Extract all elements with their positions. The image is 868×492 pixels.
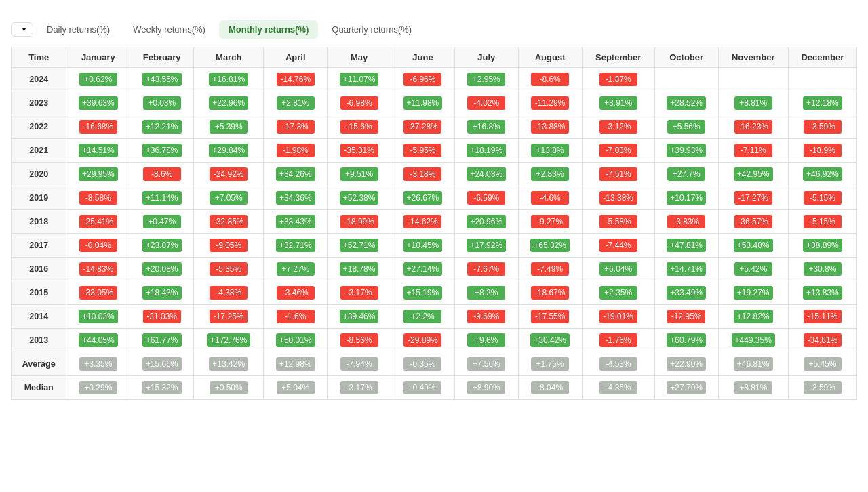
data-cell: +11.98% [391, 91, 455, 115]
table-row: 2016-14.83%+20.08%-5.35%+7.27%+18.78%+27… [12, 258, 857, 281]
col-header-november: November [718, 47, 788, 68]
data-cell: -3.17% [328, 281, 391, 305]
data-cell: -15.6% [328, 115, 391, 139]
data-cell: -1.98% [264, 139, 328, 163]
data-cell: +3.91% [582, 91, 654, 115]
data-cell: -19.01% [582, 305, 654, 329]
data-cell: +5.42% [718, 258, 788, 281]
data-cell: -16.68% [66, 115, 130, 139]
data-cell: -9.69% [454, 305, 518, 329]
data-cell: -12.95% [654, 305, 718, 329]
summary-row: Median+0.29%+15.32%+0.50%+5.04%-3.17%-0.… [12, 376, 857, 400]
data-cell: +13.8% [518, 139, 582, 163]
summary-cell: +3.35% [66, 352, 130, 376]
data-cell: -5.15% [788, 210, 856, 234]
data-cell: +7.05% [194, 186, 264, 210]
data-cell: -17.3% [264, 115, 328, 139]
summary-cell: -3.59% [788, 376, 856, 400]
data-cell: +22.96% [194, 91, 264, 115]
data-cell: +27.14% [391, 258, 455, 281]
col-header-september: September [582, 47, 654, 68]
table-row: 2015-33.05%+18.43%-4.38%-3.46%-3.17%+15.… [12, 281, 857, 305]
data-cell: -5.35% [194, 258, 264, 281]
data-cell: +16.81% [194, 68, 264, 91]
year-cell: 2017 [12, 234, 66, 258]
data-cell: +2.35% [582, 281, 654, 305]
year-cell: 2023 [12, 91, 66, 115]
table-row: 2018-25.41%+0.47%-32.85%+33.43%-18.99%-1… [12, 210, 857, 234]
data-cell: -13.38% [582, 186, 654, 210]
data-cell: +16.8% [454, 115, 518, 139]
year-cell: 2015 [12, 281, 66, 305]
data-cell: +8.2% [454, 281, 518, 305]
col-header-august: August [518, 47, 582, 68]
table-row: 2022-16.68%+12.21%+5.39%-17.3%-15.6%-37.… [12, 115, 857, 139]
summary-label: Median [12, 376, 66, 400]
data-cell: +5.56% [654, 115, 718, 139]
year-cell: 2024 [12, 68, 66, 91]
table-row: 2021+14.51%+36.78%+29.84%-1.98%-35.31%-5… [12, 139, 857, 163]
data-cell: +14.71% [654, 258, 718, 281]
data-cell: +2.2% [391, 305, 455, 329]
chevron-down-icon: ▾ [22, 26, 26, 33]
data-cell: -3.59% [788, 115, 856, 139]
data-cell: +26.67% [391, 186, 455, 210]
tabs-row: ▾ Daily returns(%) Weekly returns(%) Mon… [11, 20, 857, 39]
data-cell [788, 68, 856, 91]
data-cell: +172.76% [194, 329, 264, 352]
data-cell: -7.03% [582, 139, 654, 163]
tab-monthly[interactable]: Monthly returns(%) [219, 20, 318, 39]
data-cell: -37.28% [391, 115, 455, 139]
col-header-july: July [454, 47, 518, 68]
data-cell: -5.15% [788, 186, 856, 210]
summary-cell: +27.70% [654, 376, 718, 400]
table-row: 2023+39.63%+0.03%+22.96%+2.81%-6.98%+11.… [12, 91, 857, 115]
data-cell: -6.59% [454, 186, 518, 210]
data-cell [718, 68, 788, 91]
data-cell: +24.03% [454, 163, 518, 186]
data-cell: -7.67% [454, 258, 518, 281]
summary-cell: -8.04% [518, 376, 582, 400]
data-cell: +39.63% [66, 91, 130, 115]
year-cell: 2013 [12, 329, 66, 352]
summary-cell: +5.45% [788, 352, 856, 376]
data-cell: -32.85% [194, 210, 264, 234]
table-row: 2013+44.05%+61.77%+172.76%+50.01%-8.56%-… [12, 329, 857, 352]
data-cell: +65.32% [518, 234, 582, 258]
data-cell: +34.36% [264, 186, 328, 210]
summary-cell: +8.90% [454, 376, 518, 400]
col-header-march: March [194, 47, 264, 68]
col-header-april: April [264, 47, 328, 68]
data-cell: +30.8% [788, 258, 856, 281]
data-cell: -7.11% [718, 139, 788, 163]
data-cell: +12.82% [718, 305, 788, 329]
data-cell [654, 68, 718, 91]
year-cell: 2022 [12, 115, 66, 139]
data-cell: -15.11% [788, 305, 856, 329]
year-cell: 2019 [12, 186, 66, 210]
table-header-row: TimeJanuaryFebruaryMarchAprilMayJuneJuly… [12, 47, 857, 68]
tab-weekly[interactable]: Weekly returns(%) [123, 20, 215, 39]
data-cell: +9.6% [454, 329, 518, 352]
data-cell: +27.7% [654, 163, 718, 186]
summary-cell: +13.42% [194, 352, 264, 376]
data-cell: +0.47% [130, 210, 194, 234]
data-cell: -4.6% [518, 186, 582, 210]
tab-daily[interactable]: Daily returns(%) [37, 20, 119, 39]
asset-selector[interactable]: ▾ [11, 22, 33, 37]
data-cell: -34.81% [788, 329, 856, 352]
data-cell: +18.19% [454, 139, 518, 163]
summary-cell: +0.50% [194, 376, 264, 400]
data-cell: -29.89% [391, 329, 455, 352]
data-cell: +15.19% [391, 281, 455, 305]
data-cell: +12.18% [788, 91, 856, 115]
data-cell: -8.58% [66, 186, 130, 210]
data-cell: -6.98% [328, 91, 391, 115]
table-row: 2020+29.95%-8.6%-24.92%+34.26%+9.51%-3.1… [12, 163, 857, 186]
tab-quarterly[interactable]: Quarterly returns(%) [322, 20, 421, 39]
data-cell: +12.21% [130, 115, 194, 139]
data-cell: +7.27% [264, 258, 328, 281]
data-cell: +39.93% [654, 139, 718, 163]
summary-cell: +12.98% [264, 352, 328, 376]
year-cell: 2016 [12, 258, 66, 281]
